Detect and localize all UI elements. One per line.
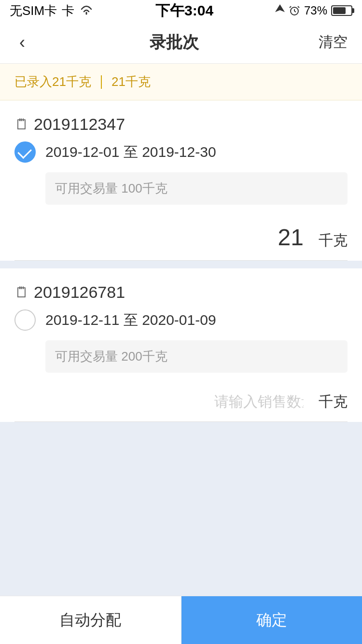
- batch-section-1: 🗒 2019112347 2019-12-01 至 2019-12-30 可用交…: [0, 100, 362, 205]
- footer: 自动分配 确定: [0, 596, 362, 644]
- amount-unit-2: 千克: [319, 392, 348, 412]
- info-bar: 已录入21千克 21千克: [0, 64, 362, 100]
- batch-id-1: 2019112347: [34, 115, 125, 134]
- info-divider: [101, 75, 102, 89]
- batch-date-row-1[interactable]: 2019-12-01 至 2019-12-30: [14, 141, 348, 163]
- svg-line-3: [290, 6, 291, 8]
- recorded-label: 已录入21千克: [14, 73, 91, 90]
- status-bar: 无SIM卡 卡 下午3:04 73%: [0, 0, 362, 21]
- batch-date-1: 2019-12-01 至 2019-12-30: [45, 142, 216, 162]
- recorded-value: 21千克: [111, 73, 151, 90]
- batch-card-2: 🗒 2019126781 2019-12-11 至 2020-01-09 可用交…: [0, 268, 362, 422]
- amount-unit-1: 千克: [319, 231, 348, 251]
- auto-distribute-label: 自动分配: [59, 610, 121, 631]
- batch-doc-icon-2: 🗒: [14, 284, 29, 301]
- status-right: 73%: [275, 4, 352, 17]
- batch-date-2: 2019-12-11 至 2020-01-09: [45, 310, 216, 330]
- radio-button-1[interactable]: [14, 141, 36, 163]
- section-sep: [0, 261, 362, 268]
- page-title: 录批次: [150, 31, 199, 54]
- batch-id-2: 2019126781: [34, 283, 125, 302]
- batch-volume-bar-1: 可用交易量 100千克: [45, 172, 348, 205]
- batch-section-2: 🗒 2019126781 2019-12-11 至 2020-01-09 可用交…: [0, 268, 362, 373]
- amount-input-1[interactable]: [214, 224, 311, 251]
- location-icon: [275, 4, 285, 17]
- status-time: 下午3:04: [155, 1, 213, 21]
- batch-date-row-2[interactable]: 2019-12-11 至 2020-01-09: [14, 309, 348, 331]
- confirm-label: 确定: [256, 610, 287, 631]
- batch-doc-icon-1: 🗒: [14, 116, 29, 133]
- nav-bar: ‹ 录批次 清空: [0, 21, 362, 64]
- batch-volume-bar-2: 可用交易量 200千克: [45, 340, 348, 373]
- radio-button-2[interactable]: [14, 309, 36, 331]
- batch-volume-text-1: 可用交易量 100千克: [55, 181, 167, 196]
- batch-header-2: 🗒 2019126781: [14, 283, 348, 302]
- bottom-spacer: [0, 422, 362, 615]
- svg-line-2: [294, 11, 296, 12]
- clear-button[interactable]: 清空: [319, 32, 348, 52]
- batch-card-1: 🗒 2019112347 2019-12-01 至 2019-12-30 可用交…: [0, 100, 362, 261]
- svg-line-4: [298, 6, 299, 8]
- amount-row-2: 千克: [0, 382, 362, 421]
- batch-header-1: 🗒 2019112347: [14, 115, 348, 134]
- wifi-icon: [79, 5, 94, 16]
- sim-text: 卡: [62, 2, 74, 19]
- content-wrapper: 已录入21千克 21千克 🗒 2019112347 2019-12-01 至 2…: [0, 64, 362, 615]
- amount-input-2[interactable]: [214, 393, 311, 410]
- batch-volume-text-2: 可用交易量 200千克: [55, 349, 167, 364]
- alarm-icon: [289, 5, 300, 16]
- status-left: 无SIM卡 卡: [10, 2, 94, 19]
- amount-row-1: 千克: [0, 214, 362, 260]
- auto-distribute-button[interactable]: 自动分配: [0, 596, 181, 644]
- battery-icon: [331, 5, 352, 16]
- back-button[interactable]: ‹: [14, 28, 30, 57]
- battery-text: 73%: [304, 4, 327, 17]
- carrier-text: 无SIM卡: [10, 2, 57, 19]
- confirm-button[interactable]: 确定: [181, 596, 362, 644]
